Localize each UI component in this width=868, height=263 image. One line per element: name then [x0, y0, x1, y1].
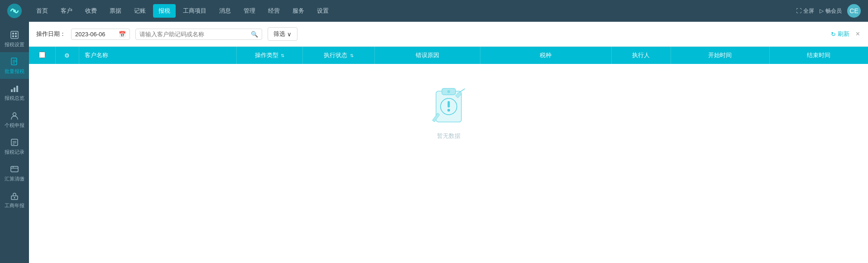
svg-rect-12 [14, 88, 15, 92]
sidebar-label-tax-records: 报税记录 [5, 149, 24, 155]
refresh-button[interactable]: ↻ 刷新 [831, 30, 849, 38]
status-sort-icon: ⇅ [350, 53, 354, 58]
data-table: ⚙ 客户名称 操作类型 ⇅ 执行状态 ⇅ 错误原因 税种 执行 [29, 47, 868, 158]
nav-tax[interactable]: 报税 [153, 4, 176, 18]
sidebar-label-batch-tax: 批量报税 [5, 68, 24, 74]
member-label: 畅会员 [825, 7, 842, 15]
fullscreen-icon: ⛶ [796, 8, 801, 14]
sidebar-label-settlement: 汇算清缴 [5, 176, 24, 182]
search-box[interactable]: 🔍 [135, 29, 262, 40]
search-icon: 🔍 [251, 31, 258, 38]
table-container: ⚙ 客户名称 操作类型 ⇅ 执行状态 ⇅ 错误原因 税种 执行 [29, 47, 868, 263]
select-all-checkbox[interactable] [39, 52, 45, 58]
sidebar-item-batch-tax[interactable]: 批量报税 [0, 52, 29, 79]
sidebar-item-tax-records[interactable]: 报税记录 [0, 133, 29, 160]
empty-state: 暂无数据 [29, 64, 868, 158]
calendar-icon: 📅 [119, 31, 126, 38]
svg-rect-2 [11, 31, 18, 39]
svg-point-23 [14, 197, 15, 199]
tax-records-icon [10, 137, 19, 147]
svg-rect-11 [11, 89, 13, 92]
nav-bookkeeping[interactable]: 记账 [129, 4, 151, 18]
nav-billing[interactable]: 收费 [80, 4, 102, 18]
op-type-sort-icon: ⇅ [281, 53, 284, 58]
empty-state-icon [426, 82, 471, 127]
th-start-time: 开始时间 [671, 47, 769, 64]
nav-messages[interactable]: 消息 [214, 4, 236, 18]
svg-rect-3 [12, 33, 14, 34]
op-type-label: 操作类型 [255, 52, 278, 58]
search-input[interactable] [139, 31, 248, 38]
date-picker[interactable]: 📅 [71, 29, 130, 40]
status-label: 执行状态 [324, 52, 347, 58]
sidebar-item-tax-overview[interactable]: 报税总览 [0, 79, 29, 106]
empty-state-row: 暂无数据 [29, 64, 868, 158]
filter-button[interactable]: 筛选 ∨ [268, 27, 297, 41]
svg-rect-28 [447, 101, 450, 107]
th-op-type[interactable]: 操作类型 ⇅ [237, 47, 302, 64]
nav-manage[interactable]: 管理 [238, 4, 261, 18]
top-nav: 首页 客户 收费 票据 记账 报税 工商项目 消息 管理 经营 服务 设置 ⛶ … [0, 0, 868, 22]
table-header-row: ⚙ 客户名称 操作类型 ⇅ 执行状态 ⇅ 错误原因 税种 执行 [29, 47, 868, 64]
sidebar-item-tax-settings[interactable]: 报税设置 [0, 25, 29, 52]
date-label: 操作日期： [36, 30, 66, 38]
nav-operation[interactable]: 经营 [263, 4, 285, 18]
th-tax-type: 税种 [480, 47, 611, 64]
tax-settings-icon [10, 30, 19, 40]
content-area: 操作日期： 📅 🔍 筛选 ∨ ↻ 刷新 × [29, 22, 868, 263]
nav-customer[interactable]: 客户 [55, 4, 78, 18]
svg-point-14 [13, 112, 16, 116]
svg-point-1 [13, 10, 16, 12]
sidebar-label-tax-overview: 报税总览 [5, 95, 24, 101]
th-checkbox[interactable] [29, 47, 55, 64]
sidebar-label-personal-tax: 个税申报 [5, 122, 24, 128]
avatar[interactable]: CE [847, 4, 861, 18]
th-status[interactable]: 执行状态 ⇅ [302, 47, 375, 64]
fullscreen-button[interactable]: ⛶ 全屏 [796, 7, 814, 15]
nav-invoice[interactable]: 票据 [104, 4, 127, 18]
date-input[interactable] [75, 31, 116, 38]
nav-settings[interactable]: 设置 [312, 4, 334, 18]
svg-rect-4 [15, 33, 17, 34]
th-end-time: 结束时间 [769, 47, 868, 64]
sidebar-label-annual-report: 工商年报 [5, 203, 24, 209]
tax-overview-icon [10, 83, 19, 93]
play-icon: ▷ [820, 8, 824, 14]
th-error: 错误原因 [375, 47, 480, 64]
refresh-icon: ↻ [831, 31, 836, 38]
filter-label: 筛选 [273, 30, 285, 38]
sidebar-label-tax-settings: 报税设置 [5, 42, 24, 48]
close-button[interactable]: × [855, 29, 861, 39]
top-nav-right: ⛶ 全屏 ▷ 畅会员 CE [796, 4, 861, 18]
member-button[interactable]: ▷ 畅会员 [820, 7, 842, 15]
svg-rect-5 [12, 35, 14, 37]
chevron-down-icon: ∨ [287, 31, 292, 38]
nav-service[interactable]: 服务 [287, 4, 310, 18]
nav-business[interactable]: 工商项目 [177, 4, 212, 18]
empty-text: 暂无数据 [437, 132, 460, 140]
personal-tax-icon [10, 111, 19, 121]
sidebar-item-settlement[interactable]: 汇算清缴 [0, 160, 29, 186]
svg-point-29 [447, 109, 450, 112]
annual-report-icon [10, 191, 19, 201]
nav-home[interactable]: 首页 [31, 4, 53, 18]
sidebar-item-personal-tax[interactable]: 个税申报 [0, 106, 29, 133]
svg-rect-19 [11, 166, 18, 172]
table-body: 暂无数据 [29, 64, 868, 158]
main-layout: 报税设置 批量报税 报税总览 [0, 22, 868, 263]
svg-point-26 [447, 90, 450, 93]
th-customer-name: 客户名称 [79, 47, 237, 64]
settings-icon: ⚙ [64, 52, 70, 59]
svg-rect-6 [15, 35, 17, 37]
sidebar-item-annual-report[interactable]: 工商年报 [0, 186, 29, 213]
toolbar: 操作日期： 📅 🔍 筛选 ∨ ↻ 刷新 × [29, 22, 868, 47]
th-settings[interactable]: ⚙ [55, 47, 79, 64]
app-logo[interactable] [7, 4, 22, 18]
svg-rect-13 [16, 86, 18, 92]
sidebar: 报税设置 批量报税 报税总览 [0, 22, 29, 263]
nav-items: 首页 客户 收费 票据 记账 报税 工商项目 消息 管理 经营 服务 设置 [31, 4, 796, 18]
refresh-label: 刷新 [838, 30, 849, 38]
settlement-icon [10, 164, 19, 174]
th-executor: 执行人 [612, 47, 671, 64]
fullscreen-label: 全屏 [803, 7, 814, 15]
